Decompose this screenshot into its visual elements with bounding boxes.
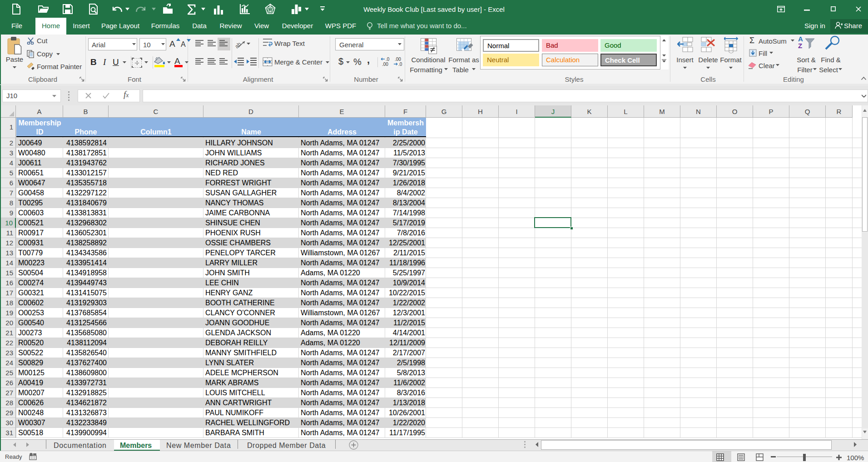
svg-text:.00: .00: [382, 62, 388, 66]
svg-text:.0: .0: [386, 57, 390, 62]
svg-text:ab: ab: [234, 41, 243, 50]
